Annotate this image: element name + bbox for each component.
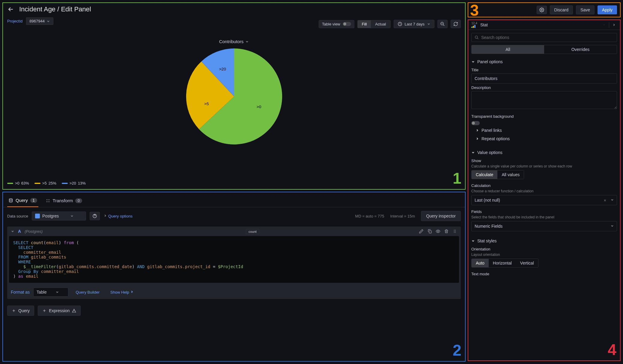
visualization-picker[interactable]: 12.4 Stat <box>468 20 620 30</box>
fill-actual-segment: Fill Actual <box>357 20 391 28</box>
repeat-options-label: Repeat options <box>481 136 510 141</box>
warning-icon <box>72 309 76 313</box>
svg-point-10 <box>455 230 456 230</box>
show-calculate-option[interactable]: Calculate <box>472 170 497 179</box>
query-options-toggle[interactable]: Query options <box>103 214 133 218</box>
gear-icon <box>539 7 544 12</box>
trash-icon[interactable] <box>444 229 449 234</box>
apply-button[interactable]: Apply <box>598 5 617 14</box>
zoom-out-icon <box>440 22 445 26</box>
svg-point-8 <box>437 231 439 232</box>
copy-icon[interactable] <box>427 229 432 234</box>
panel-options-header[interactable]: Panel options <box>471 58 617 66</box>
pie-chart: >0 >5 >20 <box>185 47 284 146</box>
viz-expand-button[interactable] <box>609 22 617 28</box>
chevron-right-icon <box>475 129 479 132</box>
time-range-picker[interactable]: Last 7 days <box>394 20 435 28</box>
region-marker: 4 <box>608 341 616 359</box>
clear-icon[interactable]: × <box>604 198 606 203</box>
chevron-down-icon <box>610 198 614 202</box>
fill-option[interactable]: Fill <box>358 20 371 28</box>
legend-color-icon <box>34 183 40 184</box>
show-all-values-option[interactable]: All values <box>497 170 524 179</box>
query-editor-panel: Query 1 Transform 0 Data source Postgres… <box>2 192 466 362</box>
save-button[interactable]: Save <box>576 5 595 14</box>
region-marker: 3 <box>470 1 479 19</box>
actual-option[interactable]: Actual <box>371 20 390 28</box>
region-marker: 1 <box>453 169 461 187</box>
discard-button[interactable]: Discard <box>550 5 573 14</box>
svg-point-12 <box>455 231 456 232</box>
table-view-toggle[interactable]: Table view <box>319 20 354 28</box>
svg-rect-7 <box>429 231 431 233</box>
calculation-desc: Choose a reducer function / calculation <box>471 189 617 193</box>
refresh-button[interactable] <box>451 20 461 28</box>
orientation-horizontal[interactable]: Horizontal <box>489 259 516 267</box>
svg-text:>0: >0 <box>256 105 261 109</box>
description-label: Description <box>471 85 617 90</box>
legend-item[interactable]: >20 13% <box>62 181 86 185</box>
calculation-select[interactable] <box>471 195 617 205</box>
query-row-letter[interactable]: A <box>18 229 21 234</box>
value-options-header[interactable]: Value options <box>471 148 617 157</box>
legend-item[interactable]: >0 63% <box>7 181 29 185</box>
chevron-down-icon <box>245 40 249 43</box>
add-query-button[interactable]: Query <box>7 306 34 316</box>
search-options[interactable] <box>471 33 617 42</box>
options-tab-overrides[interactable]: Overrides <box>544 45 617 54</box>
query-row: A (Postgres) SELECT count(email) from ( … <box>7 226 461 299</box>
chevron-down-icon[interactable] <box>602 23 606 27</box>
legend-value: 13% <box>78 181 86 185</box>
svg-point-9 <box>454 230 455 230</box>
query-builder-button[interactable]: Query Builder <box>72 288 103 296</box>
chevron-down-icon <box>55 290 59 294</box>
chevron-down-icon[interactable] <box>11 229 14 233</box>
title-label: Title <box>471 68 617 72</box>
orientation-auto[interactable]: Auto <box>472 259 489 267</box>
edit-icon[interactable] <box>419 229 424 234</box>
search-options-input[interactable] <box>481 35 614 40</box>
tab-query[interactable]: Query 1 <box>7 195 38 207</box>
legend-item[interactable]: >5 25% <box>34 181 56 185</box>
orientation-vertical[interactable]: Vertical <box>516 259 538 267</box>
sql-editor[interactable]: SELECT count(email) from ( SELECT commit… <box>9 236 459 283</box>
options-tab-all[interactable]: All <box>472 45 544 54</box>
fields-desc: Select the fields that should be include… <box>471 215 617 219</box>
chart-title[interactable]: Contributors <box>219 39 249 44</box>
stat-styles-header[interactable]: Stat styles <box>471 237 617 245</box>
query-meta-md: MD = auto = 775 <box>355 214 384 218</box>
legend-label: >0 <box>15 181 19 185</box>
format-as-label: Format as <box>11 290 30 294</box>
repeat-options-section[interactable]: Repeat options <box>471 135 617 143</box>
panel-links-section[interactable]: Panel links <box>471 126 617 135</box>
orientation-desc: Layout orientation <box>471 253 617 257</box>
calculation-label: Calculation <box>471 183 617 188</box>
zoom-out-button[interactable] <box>437 20 448 28</box>
title-input[interactable] <box>471 73 617 84</box>
panel-settings-button[interactable] <box>537 6 547 14</box>
add-expression-button[interactable]: Expression <box>38 306 81 316</box>
transform-icon <box>46 198 50 203</box>
fields-select[interactable] <box>471 221 617 231</box>
data-source-select[interactable]: Postgres <box>32 212 86 220</box>
panel-options-title: Panel options <box>477 59 503 64</box>
tab-transform[interactable]: Transform 0 <box>44 195 83 207</box>
template-variable-value[interactable]: 8967944 <box>26 17 53 25</box>
show-help-button[interactable]: Show Help <box>107 288 138 296</box>
transparent-bg-toggle[interactable] <box>471 121 480 125</box>
switch-icon <box>343 22 351 26</box>
svg-point-19 <box>475 36 478 38</box>
time-range-text: Last 7 days <box>405 22 425 26</box>
query-inspector-button[interactable]: Query inspector <box>421 211 461 221</box>
format-as-select[interactable]: Table <box>33 288 68 297</box>
clock-icon <box>398 22 402 26</box>
data-source-help-button[interactable] <box>90 212 100 220</box>
description-input[interactable] <box>471 91 617 109</box>
drag-icon[interactable] <box>452 229 457 234</box>
back-arrow-icon[interactable] <box>7 6 14 13</box>
postgres-icon <box>35 214 40 218</box>
svg-rect-18 <box>474 25 475 28</box>
chevron-down-icon <box>471 151 475 154</box>
chevron-down-icon <box>427 22 431 26</box>
eye-icon[interactable] <box>436 229 440 234</box>
